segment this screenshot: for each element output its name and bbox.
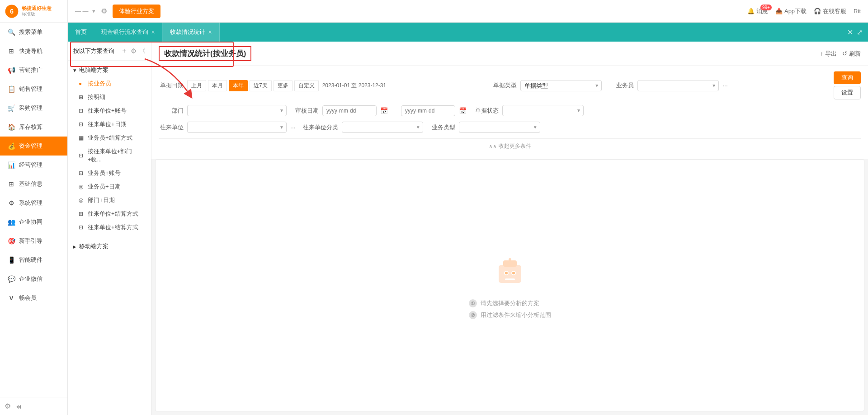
doctype-select[interactable]: 单据类型 (520, 80, 602, 91)
scheme-item-10[interactable]: ⊡ 往来单位+结算方式 (68, 221, 151, 234)
sidebar-item-search[interactable]: 🔍 搜索菜单 (0, 23, 67, 42)
dept-label: 部门 (159, 107, 184, 115)
export-button[interactable]: ↑ 导出 (821, 50, 837, 58)
doctype-select-wrapper: 单据类型 (520, 80, 602, 91)
scheme-item-8[interactable]: ◎ 部门+日期 (68, 193, 151, 207)
date-btn-this-month[interactable]: 本月 (208, 80, 227, 91)
collapse-label: 收起更多条件 (499, 142, 531, 150)
sidebar-label-business: 经营管理 (19, 161, 42, 169)
salesperson-more-icon[interactable]: ··· (722, 82, 728, 89)
calendar-to-icon[interactable]: 📅 (459, 107, 467, 114)
date-label: 单据日期 (159, 81, 184, 90)
sidebar-item-basic[interactable]: ⊞ 基础信息 (0, 174, 67, 193)
sidebar-item-purchase[interactable]: 🛒 采购管理 (0, 99, 67, 118)
scheme-item-1[interactable]: ⊞ 按明细 (68, 90, 151, 104)
scheme-group-label-mobile: 移动端方案 (79, 242, 108, 250)
collapse-panel-icon[interactable]: 《 (139, 47, 146, 55)
date-btn-last-month[interactable]: 上月 (187, 80, 206, 91)
collapse-bar[interactable]: ∧∧ 收起更多条件 (159, 138, 861, 154)
biztype-select[interactable] (459, 122, 540, 133)
counterparty-more-icon[interactable]: ··· (290, 124, 296, 131)
date-btn-more[interactable]: 更多 (274, 80, 292, 91)
counterparty-select[interactable] (187, 122, 287, 133)
sidebar-item-nav[interactable]: ⊞ 快捷导航 (0, 42, 67, 61)
collapse-sidebar-icon[interactable]: ⏮ (15, 403, 22, 410)
sidebar-item-business[interactable]: 📊 经营管理 (0, 156, 67, 174)
tab-receipt-stats-close[interactable]: ✕ (208, 29, 212, 35)
tab-close-all-icon[interactable]: ✕ (847, 28, 853, 37)
app-download-label: App下载 (784, 7, 807, 15)
settings-scheme-icon[interactable]: ⚙ (131, 47, 137, 55)
marketing-icon: 📢 (7, 66, 15, 74)
scheme-item-9[interactable]: ⊞ 往来单位+结算方式 (68, 207, 151, 221)
scheme-item-0[interactable]: ● 按业务员 (68, 77, 151, 90)
scheme-group-mobile: ▸ 移动端方案 (68, 237, 151, 256)
scheme-label-7: 业务员+日期 (88, 183, 121, 191)
sidebar-item-system[interactable]: ⚙ 系统管理 (0, 193, 67, 212)
date-btn-custom[interactable]: 自定义 (294, 80, 319, 91)
tab-expand-icon[interactable]: ⤢ (857, 28, 863, 37)
svg-point-6 (505, 272, 508, 274)
svg-text:6: 6 (10, 7, 14, 14)
export-label: 导出 (825, 50, 837, 58)
breadcrumb: — — ▾ (75, 8, 95, 14)
tab-home[interactable]: 首页 (68, 23, 94, 42)
finance-icon: 💰 (7, 142, 15, 150)
basic-icon: ⊞ (7, 180, 15, 188)
sidebar-label-marketing: 营销推广 (19, 66, 42, 74)
scheme-icon-9: ⊞ (79, 211, 85, 217)
tab-receipt-stats[interactable]: 收款情况统计 ✕ (163, 23, 220, 42)
scheme-item-3[interactable]: ⊡ 往来单位+日期 (68, 118, 151, 131)
tab-bank-flow-close[interactable]: ✕ (151, 29, 155, 35)
online-service-btn[interactable]: 🎧 在线客服 (814, 7, 846, 15)
refresh-button[interactable]: ↺ 刷新 (842, 50, 861, 58)
sidebar-item-sales[interactable]: 📋 销售管理 (0, 80, 67, 99)
calendar-from-icon[interactable]: 📅 (380, 107, 388, 114)
purchase-icon: 🛒 (7, 104, 15, 112)
left-panel-actions: ＋ ⚙ 《 (121, 46, 146, 56)
add-scheme-icon[interactable]: ＋ (121, 46, 128, 56)
sidebar-item-marketing[interactable]: 📢 营销推广 (0, 61, 67, 80)
review-date-from-input[interactable] (322, 105, 377, 116)
counterparty-classify-select-wrapper (342, 122, 423, 133)
scheme-item-5[interactable]: ⊡ 按往来单位+部门+收... (68, 145, 151, 166)
sidebar-item-inventory[interactable]: 🏠 库存核算 (0, 118, 67, 137)
trial-button[interactable]: 体验行业方案 (113, 5, 160, 18)
settings-gear-icon[interactable]: ⚙ (5, 402, 11, 410)
gear-settings-icon[interactable]: ⚙ (101, 7, 107, 15)
dept-select[interactable] (187, 105, 287, 116)
sidebar-item-guide[interactable]: 🎯 新手引导 (0, 231, 67, 250)
main-area: — — ▾ ⚙ 体验行业方案 🔔 消息 99+ 📥 App下载 🎧 在线客服 R… (68, 0, 868, 415)
scheme-item-6[interactable]: ⊡ 业务员+账号 (68, 166, 151, 180)
service-icon: 🎧 (814, 8, 821, 14)
page-area: 按以下方案查询 ＋ ⚙ 《 ▾ 电脑端方案 ● 按业务员 ⊞ 按明 (68, 42, 868, 415)
docstatus-select[interactable] (502, 105, 584, 116)
scheme-item-7[interactable]: ◎ 业务员+日期 (68, 180, 151, 193)
sidebar-item-member[interactable]: V 畅会员 (0, 288, 67, 307)
scheme-label-4: 业务员+结算方式 (88, 134, 132, 142)
sidebar-item-hardware[interactable]: 📱 智能硬件 (0, 250, 67, 269)
tab-bar: 首页 现金银行流水查询 ✕ 收款情况统计 ✕ ✕ ⤢ (68, 23, 868, 42)
scheme-group-header-mobile[interactable]: ▸ 移动端方案 (68, 240, 151, 253)
user-avatar[interactable]: Rit (854, 8, 861, 14)
sidebar-item-weixin[interactable]: 💬 企业微信 (0, 269, 67, 288)
salesperson-select[interactable] (637, 80, 719, 91)
app-download-btn[interactable]: 📥 App下载 (775, 7, 807, 15)
review-date-to-input[interactable] (401, 105, 455, 116)
page-header-row: 收款情况统计(按业务员) ↑ 导出 ↺ 刷新 (159, 46, 861, 61)
notification-button[interactable]: 🔔 消息 99+ (747, 7, 768, 15)
settings-button[interactable]: 设置 (834, 86, 861, 99)
export-icon: ↑ (821, 50, 824, 57)
date-btn-this-year[interactable]: 本年 (229, 80, 248, 91)
tab-bank-flow[interactable]: 现金银行流水查询 ✕ (94, 23, 163, 42)
scheme-item-2[interactable]: ⊡ 往来单位+账号 (68, 104, 151, 118)
tab-home-label: 首页 (75, 28, 87, 36)
filter-date-group: 上月 本月 本年 近7天 更多 自定义 2023-01-01 至 2023-12… (187, 80, 386, 91)
query-button[interactable]: 查询 (834, 71, 861, 84)
counterparty-classify-select[interactable] (342, 122, 423, 133)
scheme-item-4[interactable]: ▦ 业务员+结算方式 (68, 131, 151, 145)
sidebar-item-collab[interactable]: 👥 企业协同 (0, 212, 67, 231)
date-btn-7days[interactable]: 近7天 (250, 80, 272, 91)
sidebar-item-finance[interactable]: 💰 资金管理 (0, 137, 67, 156)
scheme-group-header-desktop[interactable]: ▾ 电脑端方案 (68, 63, 151, 77)
